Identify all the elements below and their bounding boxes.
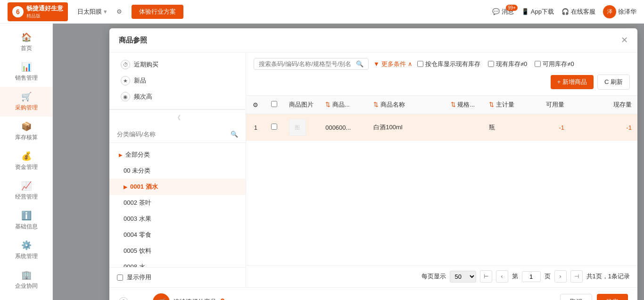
- cat-item-tea[interactable]: 0002 茶叶: [109, 195, 246, 211]
- top-nav: 6 畅捷通好生意 精品版 日太阳膜 ▾ ⚙ 体验行业方案 💬 消息 99+ 📱 …: [0, 0, 644, 24]
- logo: 6 畅捷通好生意 精品版: [8, 2, 68, 21]
- cat-item-snack-label: 0004 零食: [124, 231, 151, 239]
- collapse-cart-button[interactable]: ∧: [229, 298, 234, 300]
- sidebar-item-home-label: 首页: [21, 44, 32, 52]
- trial-button[interactable]: 体验行业方案: [132, 5, 183, 19]
- quick-filters: ⏱ 近期购买 ★ 新品 ◉ 频次高: [109, 52, 246, 109]
- sort-icon: ⇅: [325, 101, 330, 108]
- filter-available-checkbox[interactable]: [535, 61, 541, 67]
- cart-icon[interactable]: 🛒: [153, 293, 170, 300]
- cat-item-fruit[interactable]: 0003 水果: [109, 211, 246, 227]
- sidebar-item-basic-info-label: 基础信息: [15, 223, 38, 231]
- sidebar-item-enterprise[interactable]: 🏢 企业协同: [0, 265, 52, 295]
- col-settings-header[interactable]: ⚙: [246, 96, 265, 114]
- col-spec-header[interactable]: ⇅ 规格...: [445, 96, 484, 114]
- refresh-button[interactable]: C 刷新: [597, 75, 630, 90]
- next-page-button[interactable]: ›: [554, 270, 567, 283]
- cat-item-snack[interactable]: 0004 零食: [109, 227, 246, 243]
- store-name: 日太阳膜: [77, 8, 102, 16]
- sidebar-item-home[interactable]: 🏠 首页: [0, 27, 52, 57]
- product-search-input[interactable]: [259, 60, 353, 67]
- filter-existing-label[interactable]: 现有库存≠0: [488, 60, 527, 68]
- collapse-panel-button[interactable]: 《: [109, 109, 246, 126]
- finance-icon: 💰: [21, 151, 32, 161]
- col-name-header[interactable]: ⇅ 商品名称: [368, 96, 445, 114]
- page-size-select[interactable]: 50 10 20 100: [450, 271, 476, 283]
- quick-filter-new[interactable]: ★ 新品: [117, 74, 238, 87]
- sort-spec-icon: ⇅: [451, 101, 456, 108]
- sidebar-item-inventory[interactable]: 📦 库存核算: [0, 117, 52, 146]
- dialog-close-button[interactable]: ✕: [621, 35, 628, 45]
- sidebar-item-sales[interactable]: 📊 销售管理: [0, 57, 52, 87]
- col-avail-header: 可用量: [522, 96, 570, 114]
- filter-icon: ▼: [373, 60, 380, 67]
- quick-filter-frequent-label: 频次高: [134, 92, 152, 101]
- table-row[interactable]: 1 图: [246, 114, 637, 141]
- first-page-button[interactable]: ⊢: [480, 270, 492, 283]
- cat-item-liquor[interactable]: ▶ 0001 酒水: [109, 179, 246, 195]
- col-check-header[interactable]: [265, 96, 283, 114]
- category-list: ▶ 全部分类 00 未分类 ▶ 0001 酒水 0002 茶叶: [109, 143, 246, 267]
- logo-text: 畅捷通好生意: [26, 4, 63, 13]
- cat-item-unclassified[interactable]: 00 未分类: [109, 163, 246, 179]
- sidebar-item-enterprise-label: 企业协同: [15, 282, 38, 290]
- new-icon: ★: [121, 76, 130, 85]
- sidebar-item-inventory-label: 库存核算: [15, 133, 38, 142]
- cat-item-water-label: 0008 水: [124, 263, 145, 267]
- category-search-icon[interactable]: 🔍: [231, 131, 238, 138]
- display-disabled-checkbox[interactable]: [117, 275, 123, 281]
- filter-available-text: 可用库存≠0: [543, 60, 574, 68]
- category-search-input[interactable]: [117, 131, 227, 138]
- col-code-header[interactable]: ⇅ 商品...: [320, 96, 368, 114]
- more-filter-button[interactable]: ▼ 更多条件 ∧: [373, 60, 413, 68]
- row-checkbox[interactable]: [271, 124, 277, 130]
- sidebar-item-guide[interactable]: 🆕 新手引导: [0, 295, 52, 300]
- col-empty-header: [570, 96, 599, 114]
- messages-button[interactable]: 💬 消息 99+: [492, 8, 514, 16]
- cat-item-all[interactable]: ▶ 全部分类: [109, 147, 246, 163]
- row-checkbox-cell[interactable]: [265, 114, 283, 141]
- select-all-checkbox[interactable]: [271, 101, 277, 107]
- sidebar-item-purchase[interactable]: 🛒 采购管理: [0, 87, 52, 117]
- cat-item-beverage[interactable]: 0005 饮料: [109, 243, 246, 259]
- display-disabled: 显示停用: [109, 267, 246, 287]
- cat-item-water[interactable]: 0008 水: [109, 259, 246, 267]
- filter-existing-checkbox[interactable]: [488, 61, 494, 67]
- add-product-button[interactable]: + 新增商品: [551, 75, 594, 89]
- row-spec-cell: [445, 114, 484, 141]
- sidebar-item-operations[interactable]: 📈 经营管理: [0, 176, 52, 206]
- quick-filter-new-label: 新品: [134, 76, 146, 85]
- quick-filter-recent[interactable]: ⏱ 近期购买: [117, 58, 238, 71]
- last-page-button[interactable]: ⊣: [570, 270, 583, 283]
- content-area: 查询 设置 刷新 商品参照 ✕ ⏱: [53, 24, 644, 300]
- product-search-icon[interactable]: 🔍: [356, 60, 363, 67]
- user-menu[interactable]: 泽 徐泽华: [603, 5, 636, 18]
- cart-label: 连续选择的商品: [173, 298, 216, 300]
- store-selector[interactable]: 日太阳膜 ▾: [77, 8, 107, 16]
- quick-filter-frequent[interactable]: ◉ 频次高: [117, 90, 238, 103]
- cancel-button[interactable]: 取消: [560, 294, 592, 300]
- col-unit-header[interactable]: ⇅ 主计量: [483, 96, 522, 114]
- app-download-button[interactable]: 📱 App下载: [521, 8, 554, 16]
- cat-all-arrow: ▶: [119, 152, 123, 158]
- page-number-input[interactable]: [522, 271, 541, 282]
- filter-by-warehouse-label[interactable]: 按仓库显示现有库存: [417, 60, 480, 68]
- filter-by-warehouse-checkbox[interactable]: [417, 61, 423, 67]
- category-panel: ⏱ 近期购买 ★ 新品 ◉ 频次高 《: [109, 52, 246, 287]
- filter-available-label[interactable]: 可用库存≠0: [535, 60, 574, 68]
- sidebar-item-operations-label: 经营管理: [15, 193, 38, 201]
- confirm-button[interactable]: 确定: [597, 294, 628, 300]
- pagination: 每页显示 50 10 20 100 ⊢ ‹ 第 页 › ⊣: [246, 265, 637, 287]
- sidebar-item-finance[interactable]: 💰 资金管理: [0, 146, 52, 176]
- service-button[interactable]: 🎧 在线客服: [561, 8, 595, 16]
- avatar: 泽: [603, 5, 616, 18]
- help-icon[interactable]: ?: [119, 297, 128, 300]
- operations-icon: 📈: [21, 181, 32, 191]
- product-table-wrap: ⚙ 商品图片 ⇅ 商品... ⇅ 商品名称: [246, 96, 637, 265]
- sidebar-item-basic-info[interactable]: ℹ️ 基础信息: [0, 206, 52, 235]
- sidebar-item-system-label: 系统管理: [15, 252, 38, 260]
- page-label: 第: [512, 272, 518, 281]
- settings-button[interactable]: ⚙: [112, 4, 127, 19]
- prev-page-button[interactable]: ‹: [496, 270, 508, 283]
- sidebar-item-system[interactable]: ⚙️ 系统管理: [0, 235, 52, 265]
